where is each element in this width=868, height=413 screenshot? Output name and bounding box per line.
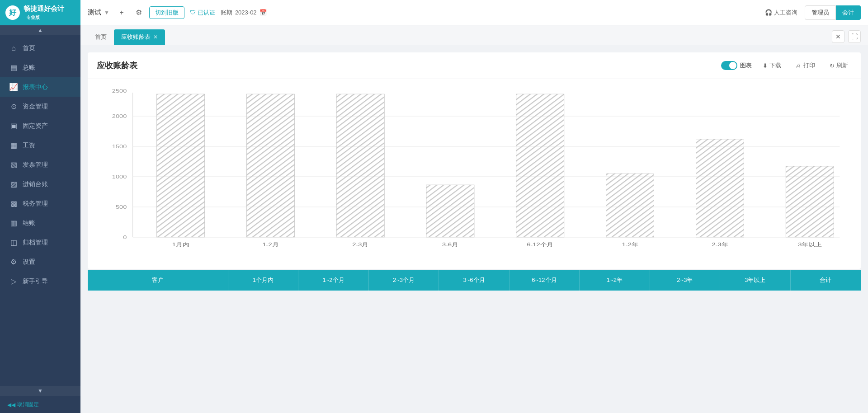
shield-icon: 🛡 [190, 9, 196, 16]
sidebar-item-label: 固定资产 [23, 122, 48, 130]
headset-icon: 🎧 [765, 9, 772, 16]
sidebar-item-ledger[interactable]: ▤ 总账 [0, 58, 80, 77]
bar-5 [516, 94, 564, 237]
cancel-fixed-btn[interactable]: ◀◀ 取消固定 [0, 396, 80, 413]
svg-text:2-3月: 2-3月 [352, 242, 368, 248]
consult-btn[interactable]: 🎧 人工咨询 [765, 9, 797, 17]
download-label: 下载 [769, 61, 781, 70]
period-value: 2023-02 [235, 9, 257, 16]
col-header-1-2m: 1~2个月 [298, 270, 368, 291]
expand-btn[interactable]: ⛶ [848, 30, 861, 43]
closing-icon: ▥ [9, 219, 18, 227]
switch-version-btn[interactable]: 切到旧版 [149, 6, 184, 19]
app-logo: 好 畅捷通好会计 专业版 [0, 0, 80, 25]
tax-icon: ▩ [9, 199, 18, 208]
close-tab-btn[interactable]: ✕ [832, 30, 844, 43]
logo-icon: 好 [5, 5, 20, 20]
sidebar-item-label: 结账 [23, 219, 35, 227]
report-container: 应收账龄表 图表 ⬇ 下载 🖨 打印 ↻ [88, 52, 861, 269]
svg-text:1-2年: 1-2年 [622, 242, 638, 248]
svg-text:1000: 1000 [112, 174, 127, 180]
assets-icon: ▣ [9, 122, 18, 130]
sidebar-item-label: 归档管理 [23, 239, 48, 247]
accountant-btn[interactable]: 会计 [836, 5, 861, 20]
col-header-2-3m: 2~3个月 [369, 270, 439, 291]
sidebar-item-label: 税务管理 [23, 200, 48, 208]
table-area: 客户 1个月内 1~2个月 2~3个月 3~6个月 6~12个月 1~2年 2~… [88, 270, 861, 291]
payroll-icon: ▦ [9, 141, 18, 150]
report-actions: 图表 ⬇ 下载 🖨 打印 ↻ 刷新 [721, 60, 852, 71]
sidebar-item-label: 设置 [23, 258, 35, 266]
col-header-6-12m: 6~12个月 [509, 270, 580, 291]
sidebar-item-settings[interactable]: ⚙ 设置 [0, 252, 80, 272]
settings-btn[interactable]: ⚙ [132, 6, 146, 19]
sidebar-item-label: 首页 [23, 44, 35, 52]
cancel-fixed-icon: ◀◀ [7, 402, 15, 408]
tab-close-icon[interactable]: ✕ [153, 34, 158, 40]
bar-4 [426, 185, 474, 237]
chart-toggle-label: 图表 [721, 61, 752, 70]
consult-label: 人工咨询 [774, 9, 797, 17]
sidebar-item-reports[interactable]: 📈 报表中心 [0, 77, 80, 97]
print-btn[interactable]: 🖨 打印 [792, 60, 819, 71]
svg-text:1月内: 1月内 [172, 242, 189, 248]
scroll-up-btn[interactable]: ▲ [0, 25, 80, 35]
add-btn[interactable]: + [115, 6, 128, 19]
sidebar-item-invoices[interactable]: ▧ 发票管理 [0, 155, 80, 174]
period-text-label: 账期 [221, 9, 232, 17]
refresh-btn[interactable]: ↻ 刷新 [826, 60, 852, 71]
calendar-icon[interactable]: 📅 [259, 9, 267, 16]
tab-aging-report[interactable]: 应收账龄表 ✕ [114, 29, 165, 45]
sidebar-item-assets[interactable]: ▣ 固定资产 [0, 116, 80, 136]
svg-text:1500: 1500 [112, 144, 127, 150]
archive-icon: ◫ [9, 238, 18, 247]
page-content: 应收账龄表 图表 ⬇ 下载 🖨 打印 ↻ [80, 45, 868, 413]
tab-home[interactable]: 首页 [88, 29, 114, 45]
scroll-down-btn[interactable]: ▼ [0, 386, 80, 396]
certified-badge: 🛡 已认证 [190, 9, 215, 17]
print-label: 打印 [803, 61, 815, 70]
sidebar: 好 畅捷通好会计 专业版 ▲ ⌂ 首页 ▤ 总账 📈 报表中心 ⊙ 资金管理 ▣… [0, 0, 80, 413]
sidebar-item-label: 进销台账 [23, 180, 48, 188]
inventory-icon: ▨ [9, 180, 18, 188]
sidebar-item-payroll[interactable]: ▦ 工资 [0, 136, 80, 155]
main-area: 测试 ▼ + ⚙ 切到旧版 🛡 已认证 账期 2023-02 📅 🎧 人工咨询 … [80, 0, 868, 413]
reports-icon: 📈 [9, 83, 18, 91]
settings-icon: ⚙ [9, 258, 18, 266]
download-btn[interactable]: ⬇ 下载 [759, 60, 785, 71]
sidebar-item-label: 报表中心 [23, 83, 48, 91]
tab-aging-label: 应收账龄表 [121, 33, 151, 41]
sidebar-item-closing[interactable]: ▥ 结账 [0, 213, 80, 233]
svg-text:2500: 2500 [112, 88, 127, 94]
sidebar-item-tax[interactable]: ▩ 税务管理 [0, 194, 80, 213]
sidebar-item-label: 工资 [23, 141, 35, 150]
sidebar-nav: ⌂ 首页 ▤ 总账 📈 报表中心 ⊙ 资金管理 ▣ 固定资产 ▦ 工资 ▧ 发票… [0, 35, 80, 386]
chart-area: 0 500 1000 1500 2000 2500 [88, 79, 861, 269]
app-edition: 专业版 [24, 14, 42, 21]
print-icon: 🖨 [796, 62, 802, 69]
download-icon: ⬇ [763, 62, 768, 69]
logo-text: 畅捷通好会计 专业版 [24, 5, 64, 21]
manager-btn[interactable]: 管理员 [805, 5, 836, 20]
report-title: 应收账龄表 [97, 60, 137, 71]
col-header-total: 合计 [791, 270, 861, 291]
sidebar-item-funds[interactable]: ⊙ 资金管理 [0, 97, 80, 116]
svg-text:2000: 2000 [112, 113, 127, 119]
sidebar-item-archive[interactable]: ◫ 归档管理 [0, 233, 80, 252]
col-header-customer: 客户 [88, 270, 228, 291]
chart-toggle-switch[interactable] [721, 61, 737, 70]
funds-icon: ⊙ [9, 102, 18, 111]
svg-text:3年以上: 3年以上 [798, 242, 821, 248]
sidebar-item-home[interactable]: ⌂ 首页 [0, 39, 80, 58]
sidebar-item-inventory[interactable]: ▨ 进销台账 [0, 174, 80, 194]
project-chevron-icon: ▼ [104, 9, 109, 16]
project-name: 测试 [88, 8, 101, 17]
svg-text:6-12个月: 6-12个月 [527, 242, 554, 248]
svg-text:3-6月: 3-6月 [442, 242, 458, 248]
project-selector[interactable]: 测试 ▼ [88, 8, 109, 17]
sidebar-item-guide[interactable]: ▷ 新手引导 [0, 272, 80, 291]
bar-chart: 0 500 1000 1500 2000 2500 [97, 88, 852, 260]
invoices-icon: ▧ [9, 160, 18, 169]
topbar: 测试 ▼ + ⚙ 切到旧版 🛡 已认证 账期 2023-02 📅 🎧 人工咨询 … [80, 0, 868, 25]
svg-text:0: 0 [123, 235, 127, 240]
